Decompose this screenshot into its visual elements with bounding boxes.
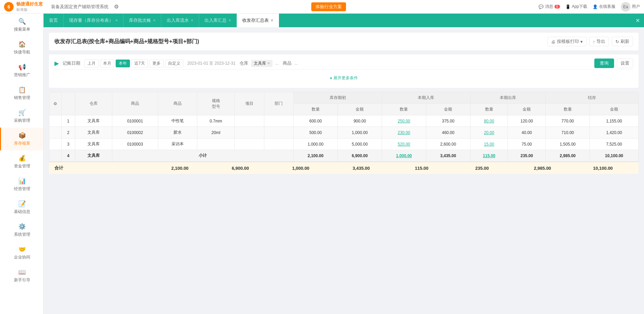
sidebar-item-marketing[interactable]: 📢 营销推广 xyxy=(0,59,43,82)
sidebar-item-operation[interactable]: 📊 经营管理 xyxy=(0,173,43,196)
th-bal-qty: 数量 xyxy=(546,104,590,115)
page-title-bar: 收发存汇总表(按仓库+商品编码+商品+规格型号+项目+部门) 🖨 按模板打印 ▾… xyxy=(49,33,639,50)
cell-project xyxy=(235,127,264,138)
date-more-btn[interactable]: 更多 xyxy=(149,60,164,67)
sidebar-item-quick[interactable]: 🏠 快捷导航 xyxy=(0,36,43,59)
subtotal-row: 4 文具库 小计 2,100.00 6,900.00 1,000.00 3,43… xyxy=(49,150,639,162)
th-dept: 部门 xyxy=(264,92,293,115)
product-filter-section: 商品 ... xyxy=(283,60,298,66)
sidebar-item-inventory[interactable]: 📦 库存核算 xyxy=(0,128,43,150)
sidebar-item-purchase[interactable]: 🛒 采购管理 xyxy=(0,105,43,128)
table-footer: 合计 2,100.00 6,900.00 1,000.00 3,435.00 1… xyxy=(49,162,639,174)
cell-code: 0100003 xyxy=(112,138,158,150)
th-in-qty: 数量 xyxy=(382,104,426,115)
sidebar-item-sales[interactable]: 📋 销售管理 xyxy=(0,82,43,105)
user-menu[interactable]: Ea 用户 xyxy=(621,2,640,12)
filter-settings-button[interactable]: 设置 xyxy=(617,59,633,68)
expand-more-btn[interactable]: ▾ 展开更多条件 xyxy=(330,75,358,81)
cell-warehouse: 文具库 xyxy=(75,127,112,138)
print-button[interactable]: 🖨 按模板打印 ▾ xyxy=(547,37,587,46)
tab-batch[interactable]: 库存批次账 × xyxy=(123,14,161,27)
cell-name: 中性笔 xyxy=(158,115,197,127)
tab-close-summary[interactable]: × xyxy=(229,18,231,23)
query-button[interactable]: 查询 xyxy=(594,59,614,68)
cell-in-qty[interactable]: 250.00 xyxy=(382,115,426,127)
th-out: 本期出库 xyxy=(470,92,545,104)
cell-project xyxy=(235,115,264,127)
table-row: 3 文具库 0100003 采访本 1,000.00 5,000.00 520.… xyxy=(49,138,639,150)
chevron-down-expand-icon: ▾ xyxy=(330,76,332,81)
cell-out-qty[interactable]: 20.00 xyxy=(470,127,508,138)
tab-close-collect[interactable]: × xyxy=(271,18,273,23)
message-button[interactable]: 💬 消息 6 xyxy=(539,4,560,10)
date-this-year-btn[interactable]: 本年 xyxy=(116,60,130,67)
sales-icon: 📋 xyxy=(18,86,26,94)
tab-close-inventory-dist[interactable]: × xyxy=(115,18,118,23)
th-no xyxy=(62,92,75,115)
cell-in-qty[interactable]: 520.00 xyxy=(382,138,426,150)
cell-no: 1 xyxy=(62,115,75,127)
tab-collect-summary[interactable]: 收发存汇总表 × xyxy=(237,14,279,27)
try-plan-button[interactable]: 体验行业方案 xyxy=(311,2,346,11)
purchase-icon: 🛒 xyxy=(18,109,26,116)
date-range-display: 2023-01-01 至 2023-12-31 xyxy=(187,61,235,66)
warehouse-tag-close[interactable]: × xyxy=(267,61,270,66)
date-this-month-btn[interactable]: 本月 xyxy=(100,60,114,67)
marketing-icon: 📢 xyxy=(18,63,26,71)
date-7days-btn[interactable]: 近7天 xyxy=(131,60,148,67)
warehouse-more[interactable]: ... xyxy=(275,61,279,66)
tab-close-batch[interactable]: × xyxy=(153,18,155,23)
date-custom-btn[interactable]: 自定义 xyxy=(165,60,183,67)
logo-area: 6 畅捷通好生意 标准版 装备及固定资产辅助管理系统 ⚙ xyxy=(4,1,119,12)
sidebar-item-search[interactable]: 🔍 搜索菜单 xyxy=(0,14,43,36)
tab-flow[interactable]: 出入库流水 × xyxy=(161,14,199,27)
close-all-tabs-button[interactable]: ✕ xyxy=(635,17,640,24)
export-icon: ↑ xyxy=(593,39,595,44)
th-open-qty: 数量 xyxy=(294,104,338,115)
refresh-button[interactable]: ↻ 刷新 xyxy=(612,37,633,46)
tab-summary[interactable]: 出入库汇总 × xyxy=(199,14,237,27)
top-header: 6 畅捷通好生意 标准版 装备及固定资产辅助管理系统 ⚙ 体验行业方案 💬 消息… xyxy=(0,0,644,14)
cell-settings xyxy=(49,138,62,150)
th-opening: 库存期初 xyxy=(294,92,382,104)
cell-in-qty[interactable]: 230.00 xyxy=(382,127,426,138)
cell-dept xyxy=(264,138,293,150)
th-bal-amt: 金额 xyxy=(590,104,639,115)
date-last-month-btn[interactable]: 上月 xyxy=(84,60,99,67)
product-more[interactable]: ... xyxy=(294,61,298,66)
logo-icon: 6 xyxy=(4,2,14,12)
avatar: Ea xyxy=(621,2,630,12)
sidebar-item-finance[interactable]: 💰 资金管理 xyxy=(0,150,43,173)
message-icon: 💬 xyxy=(539,4,544,9)
sidebar-item-guide[interactable]: 📖 新手引导 xyxy=(0,264,43,287)
sidebar-item-collab[interactable]: 🤝 企业协同 xyxy=(0,242,43,264)
tab-close-flow[interactable]: × xyxy=(191,18,193,23)
tab-home[interactable]: 首页 xyxy=(44,14,64,27)
cell-warehouse: 文具库 xyxy=(75,138,112,150)
search-icon: 🔍 xyxy=(18,18,26,25)
online-service-button[interactable]: 👤 在线客服 xyxy=(593,4,615,10)
inventory-icon: 📦 xyxy=(18,132,26,139)
cell-out-amt: 120.00 xyxy=(508,115,546,127)
cell-out-qty[interactable]: 15.00 xyxy=(470,138,508,150)
cell-out-qty[interactable]: 80.00 xyxy=(470,115,508,127)
cell-in-amt: 375.00 xyxy=(426,115,470,127)
content-area: 首页 现存量（库存分布表） × 库存批次账 × 出入库流水 × 出入库汇总 × … xyxy=(44,14,644,314)
cell-warehouse: 文具库 xyxy=(75,115,112,127)
logo-text: 畅捷通好生意 xyxy=(16,1,43,7)
th-out-amt: 金额 xyxy=(508,104,546,115)
settings-gear-icon[interactable]: ⚙ xyxy=(114,3,119,10)
footer-in-qty: 1,000.00 xyxy=(287,166,314,171)
sidebar-item-base[interactable]: 📝 基础信息 xyxy=(0,196,43,219)
tab-inventory-dist[interactable]: 现存量（库存分布表） × xyxy=(64,14,123,27)
cell-no: 3 xyxy=(62,138,75,150)
filter-expand-arrow[interactable]: ▶ xyxy=(54,60,59,67)
th-settings[interactable]: ⚙ xyxy=(49,92,62,115)
cell-out-amt: 75.00 xyxy=(508,138,546,150)
cell-bal-qty: 710.00 xyxy=(546,127,590,138)
sidebar-item-system[interactable]: ⚙️ 系统管理 xyxy=(0,219,43,242)
table-row: 2 文具库 0100002 胶水 20ml 500.00 1,000.00 23… xyxy=(49,127,639,138)
base-icon: 📝 xyxy=(18,200,26,208)
app-download-button[interactable]: 📱 App下载 xyxy=(565,4,587,10)
export-button[interactable]: ↑ 导出 xyxy=(589,37,609,46)
